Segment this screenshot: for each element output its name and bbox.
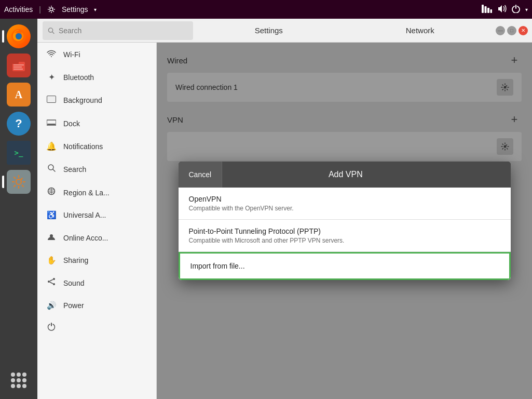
svg-rect-17 [47,96,56,102]
add-vpn-modal: Cancel Add VPN OpenVPN Compatible with t… [179,162,511,280]
topbar-left: Activities | Settings ▾ [4,5,97,14]
settings-title: Settings [193,26,345,35]
search-icon [48,27,54,34]
power-icon[interactable] [512,5,520,15]
settings-label[interactable]: Settings [62,5,88,14]
sound-icon[interactable] [497,5,507,15]
privacy-icon: ✋ [46,256,57,265]
pptp-title: Point-to-Point Tunneling Protocol (PPTP) [189,227,500,235]
wifi-label: Wi-Fi [63,50,80,59]
svg-rect-10 [13,66,22,68]
svg-line-21 [53,169,55,171]
minimize-button[interactable]: — [496,26,505,35]
sidebar-item-search[interactable]: Search [37,157,156,181]
search-bar[interactable] [43,21,193,40]
main-window: Settings Network — □ ✕ [37,19,532,399]
maximize-button[interactable]: □ [507,26,516,35]
import-from-file-option[interactable]: Import from file... [179,252,511,280]
dock-item-files[interactable] [5,52,32,79]
sound-label: Power [63,301,84,310]
svg-rect-3 [487,8,489,13]
svg-point-15 [51,56,52,57]
dock-item-help[interactable]: ? [5,110,32,137]
dock-item-appstore[interactable]: A [5,81,32,108]
sharing-label: Sound [63,279,84,287]
notifications-label: Notifications [63,142,103,151]
openvpn-title: OpenVPN [189,195,500,203]
power-sidebar-icon [46,323,57,334]
network-icon[interactable] [482,5,492,15]
topbar-separator: | [39,5,41,14]
notifications-icon: 🔔 [46,141,57,151]
window-controls: — □ ✕ [496,26,528,35]
sidebar-item-background[interactable]: Background [37,88,156,112]
network-panel: Wired + Wired connection 1 VPN + [157,43,532,399]
sidebar-item-sharing[interactable]: Sound [37,271,156,295]
sidebar-item-power[interactable] [37,316,156,340]
modal-cancel-button[interactable]: Cancel [179,162,223,188]
content-area: Wi-Fi ✦ Bluetooth Background [37,43,532,399]
sidebar-item-region[interactable]: Region & La... [37,181,156,204]
svg-rect-4 [490,9,493,13]
topbar-right: ▾ [482,5,528,15]
universal-icon: ♿ [46,210,57,220]
bluetooth-icon: ✦ [46,72,57,82]
openvpn-option[interactable]: OpenVPN Compatible with the OpenVPN serv… [179,188,511,220]
topbar: Activities | Settings ▾ [0,0,532,19]
modal-title: Add VPN [222,170,469,179]
dock-apps-grid[interactable] [5,367,32,394]
modal-body: OpenVPN Compatible with the OpenVPN serv… [179,188,511,280]
search-label: Search [63,165,86,174]
universal-label: Universal A... [63,211,106,219]
sidebar-item-sound[interactable]: 🔊 Power [37,295,156,316]
online-label: Online Acco... [63,234,108,242]
sharing-icon [46,277,57,288]
power-dropdown[interactable]: ▾ [525,7,528,12]
modal-header: Cancel Add VPN [179,162,511,188]
sidebar-item-privacy[interactable]: ✋ Sharing [37,249,156,271]
sidebar-item-bluetooth[interactable]: ✦ Bluetooth [37,66,156,88]
network-title: Network [345,26,496,35]
sidebar: Wi-Fi ✦ Bluetooth Background [37,43,157,399]
dock-item-firefox[interactable] [5,23,32,50]
sidebar-item-notifications[interactable]: 🔔 Notifications [37,135,156,157]
svg-rect-11 [13,69,23,70]
openvpn-desc: Compatible with the OpenVPN server. [189,205,500,212]
region-icon [46,187,57,198]
pptp-option[interactable]: Point-to-Point Tunneling Protocol (PPTP)… [179,220,511,252]
window-titlebar: Settings Network — □ ✕ [37,19,532,43]
dropdown-arrow[interactable]: ▾ [94,7,97,12]
svg-rect-2 [485,6,487,13]
svg-rect-1 [482,5,484,13]
region-label: Region & La... [63,189,110,197]
svg-point-24 [48,281,50,283]
sound-sidebar-icon: 🔊 [46,301,57,310]
svg-point-12 [16,179,21,184]
sidebar-item-wifi[interactable]: Wi-Fi [37,43,156,66]
sidebar-item-dock[interactable]: Dock [37,112,156,135]
wifi-icon [46,49,57,60]
dock-label: Dock [63,119,80,128]
search-input[interactable] [59,26,188,35]
svg-rect-8 [12,61,19,64]
pptp-desc: Compatible with Microsoft and other PPTP… [189,237,500,244]
dock-item-terminal[interactable]: >_ [5,139,32,166]
svg-rect-9 [13,64,24,65]
activities-label[interactable]: Activities [4,5,33,14]
background-icon [46,95,57,105]
svg-line-27 [50,280,53,281]
svg-point-25 [53,278,55,280]
bluetooth-label: Bluetooth [63,73,94,82]
svg-point-26 [53,283,55,285]
import-from-file-label: Import from file... [190,262,499,270]
close-button[interactable]: ✕ [519,26,528,35]
settings-icon [47,5,56,14]
dock-icon [46,118,57,129]
svg-line-14 [52,32,54,33]
sidebar-item-universal[interactable]: ♿ Universal A... [37,204,156,226]
dock-item-settings[interactable] [5,168,32,195]
sidebar-item-online[interactable]: Online Acco... [37,226,156,249]
online-icon [46,232,57,243]
background-label: Background [63,96,102,104]
svg-line-28 [50,282,53,284]
